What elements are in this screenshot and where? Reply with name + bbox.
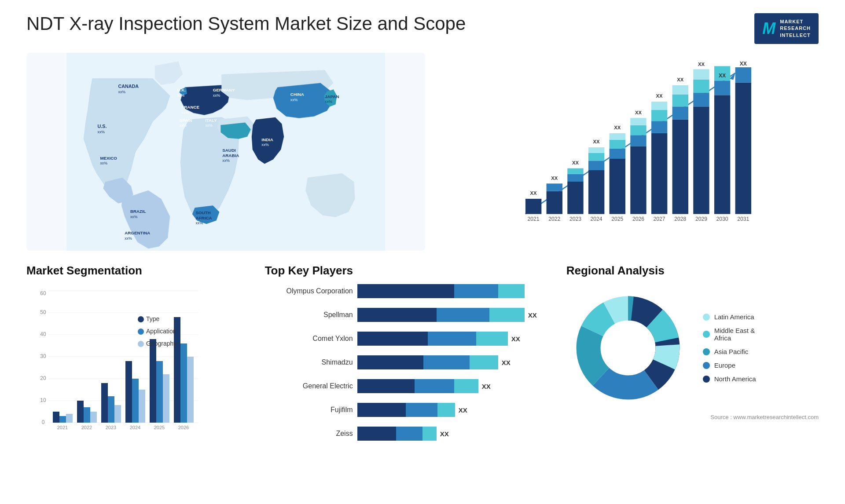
svg-rect-47 bbox=[588, 147, 604, 153]
svg-text:xx%: xx% bbox=[290, 98, 298, 102]
svg-rect-45 bbox=[588, 161, 604, 171]
svg-text:xx%: xx% bbox=[222, 159, 230, 163]
player-bar-container: XX bbox=[357, 427, 549, 441]
player-value: XX bbox=[459, 406, 467, 414]
legend-item-mea: Middle East &Africa bbox=[703, 327, 756, 342]
svg-text:MEXICO: MEXICO bbox=[100, 156, 117, 161]
regional-section: Regional Analysis bbox=[566, 264, 819, 457]
svg-rect-106 bbox=[53, 412, 59, 423]
player-value: XX bbox=[511, 335, 520, 343]
svg-rect-75 bbox=[714, 81, 730, 95]
svg-text:xx%: xx% bbox=[261, 142, 269, 147]
svg-text:INDIA: INDIA bbox=[261, 137, 273, 142]
list-item: Spellman XX bbox=[265, 308, 549, 322]
source-text: Source : www.marketresearchintellect.com bbox=[566, 414, 819, 420]
list-item: Olympus Corporation bbox=[265, 284, 549, 298]
svg-rect-123 bbox=[156, 361, 163, 423]
bar-seg3 bbox=[498, 284, 525, 298]
list-item: General Electric XX bbox=[265, 379, 549, 393]
legend-label: Asia Pacific bbox=[714, 348, 749, 355]
svg-text:XX: XX bbox=[530, 191, 537, 196]
svg-text:XX: XX bbox=[740, 62, 747, 67]
svg-text:xx%: xx% bbox=[100, 161, 107, 166]
top-section: CANADA xx% U.S. xx% MEXICO xx% BRAZIL xx… bbox=[26, 53, 819, 251]
svg-text:XX: XX bbox=[677, 77, 684, 82]
svg-text:xx%: xx% bbox=[130, 215, 138, 219]
svg-rect-108 bbox=[66, 414, 73, 423]
bottom-section: Market Segmentation 0 10 20 30 40 50 60 bbox=[26, 264, 819, 457]
svg-text:2031: 2031 bbox=[737, 216, 749, 222]
legend-item-latin-america: Latin America bbox=[703, 313, 756, 321]
svg-text:40: 40 bbox=[40, 331, 46, 337]
player-name: Fujifilm bbox=[265, 406, 353, 414]
player-bar-container bbox=[357, 284, 549, 298]
svg-text:2021: 2021 bbox=[57, 425, 68, 430]
svg-text:XX: XX bbox=[572, 160, 579, 165]
svg-rect-128 bbox=[187, 357, 194, 423]
svg-rect-122 bbox=[150, 339, 156, 423]
regional-title: Regional Analysis bbox=[566, 264, 819, 278]
svg-text:2022: 2022 bbox=[81, 425, 92, 430]
svg-text:2024: 2024 bbox=[130, 425, 140, 430]
svg-text:xx%: xx% bbox=[181, 110, 189, 115]
svg-rect-46 bbox=[588, 153, 604, 161]
player-value: XX bbox=[440, 430, 449, 438]
svg-rect-60 bbox=[651, 121, 667, 133]
legend-label: Middle East &Africa bbox=[714, 327, 755, 342]
svg-rect-35 bbox=[525, 199, 541, 214]
svg-rect-52 bbox=[610, 133, 625, 140]
player-bar-container: XX bbox=[357, 403, 549, 417]
player-value: XX bbox=[482, 383, 491, 390]
svg-rect-50 bbox=[610, 149, 625, 159]
svg-text:xx%: xx% bbox=[177, 93, 185, 98]
bar-seg1 bbox=[357, 379, 415, 393]
logo-text: MARKETRESEARCHINTELLECT bbox=[780, 18, 811, 39]
bar-seg2 bbox=[428, 332, 476, 346]
svg-text:CANADA: CANADA bbox=[118, 84, 139, 89]
regional-chart: Latin America Middle East &Africa Asia P… bbox=[566, 286, 819, 409]
svg-rect-67 bbox=[672, 85, 688, 95]
svg-text:2025: 2025 bbox=[611, 216, 623, 222]
bar-seg3 bbox=[454, 379, 478, 393]
player-name: Spellman bbox=[265, 311, 353, 319]
svg-text:20: 20 bbox=[40, 375, 46, 381]
bar-seg2 bbox=[396, 427, 422, 441]
list-item: Fujifilm XX bbox=[265, 403, 549, 417]
legend-color bbox=[703, 348, 710, 355]
donut-chart bbox=[566, 286, 690, 409]
player-bar bbox=[357, 284, 525, 298]
svg-rect-107 bbox=[59, 416, 66, 423]
svg-text:ITALY: ITALY bbox=[205, 118, 217, 123]
svg-text:ARABIA: ARABIA bbox=[222, 153, 239, 158]
list-item: Shimadzu XX bbox=[265, 355, 549, 369]
bar-seg2 bbox=[423, 355, 470, 369]
legend-label: Latin America bbox=[714, 313, 754, 321]
svg-rect-41 bbox=[567, 174, 583, 182]
bar-seg3 bbox=[422, 427, 437, 441]
legend-color bbox=[703, 362, 710, 369]
svg-text:2026: 2026 bbox=[632, 216, 644, 222]
svg-text:Geography: Geography bbox=[146, 340, 176, 347]
svg-text:2025: 2025 bbox=[154, 425, 165, 430]
svg-rect-116 bbox=[114, 405, 121, 423]
svg-text:2024: 2024 bbox=[591, 216, 603, 222]
svg-text:2029: 2029 bbox=[695, 216, 707, 222]
svg-rect-127 bbox=[180, 343, 187, 423]
svg-rect-118 bbox=[125, 361, 132, 423]
player-value: XX bbox=[528, 311, 537, 319]
player-bar-container: XX bbox=[357, 355, 549, 369]
svg-text:0: 0 bbox=[42, 419, 45, 425]
bar-seg3 bbox=[470, 355, 498, 369]
player-bar bbox=[357, 427, 437, 441]
svg-rect-49 bbox=[610, 159, 625, 214]
logo-container: M MARKETRESEARCHINTELLECT bbox=[754, 13, 819, 44]
player-bar-container: XX bbox=[357, 332, 549, 346]
world-map: CANADA xx% U.S. xx% MEXICO xx% BRAZIL xx… bbox=[26, 53, 425, 251]
regional-legend: Latin America Middle East &Africa Asia P… bbox=[703, 313, 756, 383]
svg-rect-72 bbox=[693, 69, 709, 80]
svg-rect-114 bbox=[101, 383, 108, 423]
svg-text:2027: 2027 bbox=[654, 216, 665, 222]
growth-chart-svg: XX XX XX XX bbox=[447, 62, 810, 233]
svg-rect-119 bbox=[132, 379, 139, 423]
player-bar-container: XX bbox=[357, 379, 549, 393]
